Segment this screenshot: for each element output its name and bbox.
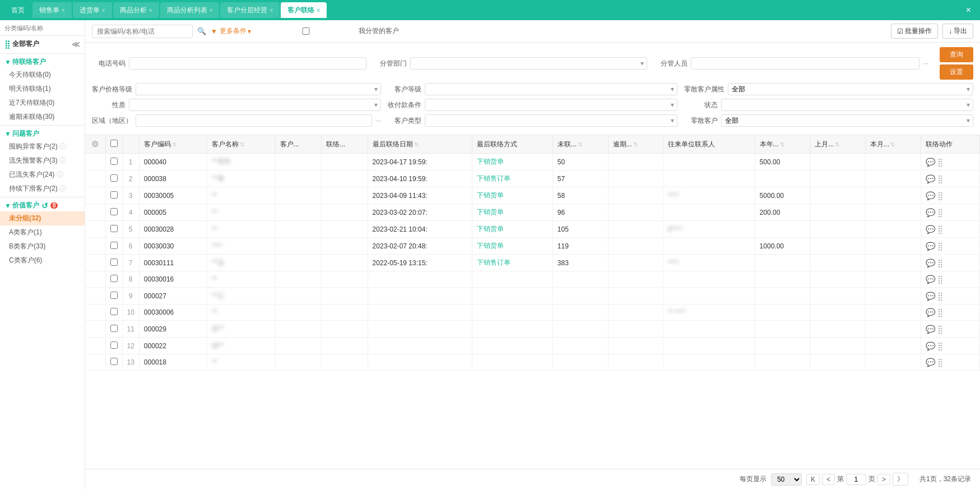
row-code[interactable]: 000038 [139, 170, 207, 187]
sidebar-item-c-class[interactable]: C类客户(6) [0, 253, 85, 267]
row-code[interactable]: 00030016 [139, 271, 207, 288]
grid-action-icon[interactable]: ⣿ [937, 158, 943, 167]
row-code[interactable]: 000018 [139, 354, 207, 371]
row-name[interactable]: ** [207, 204, 275, 221]
row-code[interactable]: 00030005 [139, 187, 207, 204]
sidebar-item-unsorted[interactable]: 未分组(32) [0, 211, 85, 225]
sidebar-item-churned[interactable]: 已流失客户(24) ⓘ [0, 168, 85, 182]
row-checkbox[interactable] [110, 259, 118, 266]
tab-product-analysis[interactable]: 商品分析 × [113, 2, 159, 18]
chat-icon[interactable]: 💬 [926, 292, 935, 301]
row-name[interactable]: ** [207, 221, 275, 238]
grid-action-icon[interactable]: ⣿ [937, 292, 943, 301]
row-checkbox[interactable] [110, 174, 118, 182]
contact-method-link[interactable]: 下销货单 [477, 158, 504, 165]
th-code[interactable]: 客户编码 ⇅ [139, 135, 207, 154]
group-problem-label[interactable]: ▼ 问题客户 [0, 127, 85, 140]
nature-select[interactable] [129, 99, 381, 111]
chat-icon[interactable]: 💬 [926, 275, 935, 284]
row-checkbox[interactable] [110, 242, 118, 249]
search-icon[interactable]: 🔍 [197, 27, 206, 35]
customer-level-select[interactable] [425, 83, 677, 95]
grid-action-icon[interactable]: ⣿ [937, 358, 943, 367]
tab-product-analysis-list-close[interactable]: × [210, 7, 213, 13]
my-customers-check[interactable]: 我分管的客户 [256, 26, 399, 36]
th-contact-person[interactable]: 往来单位联系人 [663, 135, 755, 154]
contact-method-link[interactable]: 下销货单 [477, 242, 504, 250]
row-name[interactable]: 浓** [207, 338, 275, 354]
row-last-contact-method[interactable] [472, 271, 552, 288]
row-last-contact-method[interactable] [472, 354, 552, 371]
chat-icon[interactable]: 💬 [926, 174, 935, 183]
row-last-contact-method[interactable] [472, 321, 552, 338]
first-page-btn[interactable]: K [806, 474, 820, 485]
next-page-btn[interactable]: > [877, 474, 890, 485]
row-checkbox[interactable] [110, 292, 118, 299]
row-last-contact-method[interactable] [472, 338, 552, 354]
region-input[interactable] [136, 114, 372, 127]
customer-type-select[interactable] [425, 114, 677, 127]
grid-action-icon[interactable]: ⣿ [937, 325, 943, 334]
row-name[interactable]: **达 [207, 255, 275, 271]
batch-ops-button[interactable]: ☑ 批量操作 [891, 24, 938, 39]
reset-button[interactable]: 设置 [940, 64, 973, 80]
row-code[interactable]: 000022 [139, 338, 207, 354]
chat-icon[interactable]: 💬 [926, 358, 935, 367]
tab-customer-segment[interactable]: 客户分层经营 × [220, 2, 280, 18]
row-name[interactable]: **请 [207, 170, 275, 187]
group-value-label[interactable]: ▼ 价值客户 ↺ 0 [0, 199, 85, 211]
row-last-contact-method[interactable]: 下销货单 [472, 204, 552, 221]
tab-product-analysis-close[interactable]: × [149, 7, 152, 13]
chat-icon[interactable]: 💬 [926, 342, 935, 350]
price-level-select[interactable] [136, 83, 381, 95]
retail-customer-select[interactable]: 全部 [721, 114, 973, 127]
row-last-contact-method[interactable]: 下销货单 [472, 187, 552, 204]
contact-method-link[interactable]: 下销货单 [477, 208, 504, 216]
chat-icon[interactable]: 💬 [926, 242, 935, 251]
row-checkbox[interactable] [110, 342, 118, 349]
grid-action-icon[interactable]: ⣿ [937, 174, 943, 183]
refresh-icon[interactable]: ↺ [41, 201, 48, 210]
dept-select[interactable] [410, 57, 648, 70]
tab-customer-contact[interactable]: 客户联络 × [281, 2, 327, 18]
chat-icon[interactable]: 💬 [926, 325, 935, 334]
sidebar-item-a-class[interactable]: A类客户(1) [0, 225, 85, 239]
row-code[interactable]: 00030111 [139, 255, 207, 271]
tab-home[interactable]: 首页 [4, 2, 31, 18]
row-last-contact-method[interactable] [472, 305, 552, 321]
row-last-contact-method[interactable]: 下销售订单 [472, 255, 552, 271]
page-input[interactable] [846, 474, 866, 485]
tab-sales[interactable]: 销售单 × [32, 2, 72, 18]
last-page-btn[interactable]: 》 [893, 473, 908, 486]
grid-action-icon[interactable]: ⣿ [937, 259, 943, 267]
th-type[interactable]: 客户... [275, 135, 322, 154]
tab-sales-close[interactable]: × [62, 7, 65, 13]
grid-action-icon[interactable]: ⣿ [937, 208, 943, 217]
th-this-month[interactable]: 本月... ⇅ [866, 135, 921, 154]
th-this-year[interactable]: 本年... ⇅ [755, 135, 810, 154]
th-last-contact-method[interactable]: 最后联络方式 [472, 135, 552, 154]
row-code[interactable]: 00030006 [139, 305, 207, 321]
row-name[interactable]: ** [207, 305, 275, 321]
th-overdue[interactable]: 逾期... ⇅ [608, 135, 663, 154]
export-button[interactable]: ↓ 导出 [942, 24, 973, 39]
row-code[interactable]: 00030030 [139, 238, 207, 255]
chat-icon[interactable]: 💬 [926, 259, 935, 267]
sidebar-item-today[interactable]: 今天待联络(0) [0, 68, 85, 82]
contact-method-link[interactable]: 下销货单 [477, 191, 504, 199]
contact-method-link[interactable]: 下销货单 [477, 225, 504, 233]
sidebar-search-input[interactable] [4, 25, 82, 31]
row-checkbox[interactable] [110, 225, 118, 232]
contact-method-link[interactable]: 下销售订单 [477, 174, 510, 182]
sidebar-item-7days[interactable]: 近7天待联络(0) [0, 96, 85, 110]
grid-action-icon[interactable]: ⣿ [937, 342, 943, 350]
th-last-month[interactable]: 上月... ⇅ [810, 135, 866, 154]
row-checkbox[interactable] [110, 191, 118, 199]
th-last-contact-date[interactable]: 最后联络日期 ⇅ [368, 135, 472, 154]
row-checkbox[interactable] [110, 275, 118, 282]
phone-input[interactable] [129, 57, 366, 70]
tab-customer-contact-close[interactable]: × [317, 7, 320, 13]
row-name[interactable]: **** [207, 238, 275, 255]
status-select[interactable] [721, 99, 973, 111]
all-customers-header[interactable]: ⣿ 全部客户 ≪ [0, 36, 85, 52]
